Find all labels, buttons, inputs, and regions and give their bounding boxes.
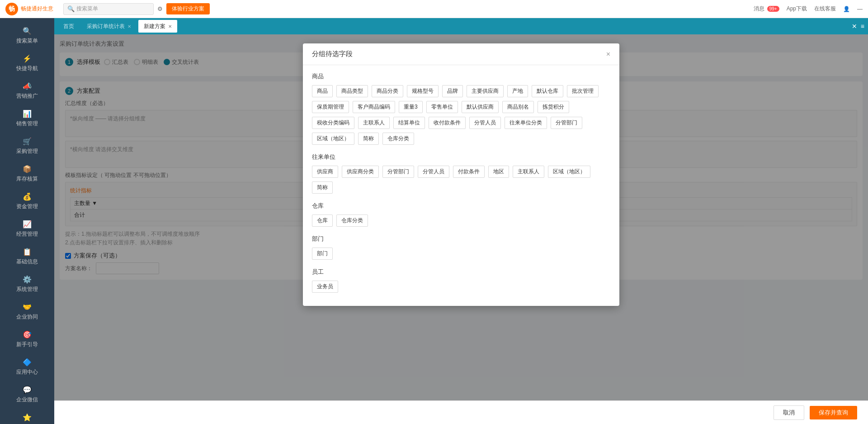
field-tag-2-1[interactable]: 仓库分类 [336,214,368,227]
field-tags-0: 商品商品类型商品分类规格型号品牌主要供应商产地默认仓库批次管理保质期管理客户商品… [312,85,610,145]
search-icon: 🔍 [67,5,75,12]
field-tag-0-22[interactable]: 分管部门 [551,117,582,129]
sidebar-item-11[interactable]: 🎯新手引导 [0,325,54,353]
field-tag-0-0[interactable]: 商品 [312,85,333,97]
sidebar-item-9[interactable]: ⚙️系统管理 [0,270,54,298]
field-tag-1-8[interactable]: 简称 [312,181,333,194]
tab-close-2[interactable]: ✕ [168,24,172,29]
section-2: 仓库仓库仓库分类 [312,202,610,227]
field-tag-0-2[interactable]: 商品分类 [372,85,403,97]
user-name: — [857,6,863,12]
search-box[interactable]: 🔍 搜索菜单 [63,3,154,15]
modal-close-button[interactable]: × [606,50,610,58]
top-bar-right: 消息 99+ App下载 在线客服 👤 — [754,5,863,13]
field-tag-0-7[interactable]: 默认仓库 [532,85,563,97]
tab-close-all[interactable]: ✕ [852,23,857,30]
sidebar-icon-12: 🔷 [23,357,32,367]
user-avatar[interactable]: 👤 [843,6,850,12]
field-tag-0-24[interactable]: 简称 [358,133,379,145]
sidebar-item-14[interactable]: ⭐畅会员 [0,408,54,424]
sidebar-item-1[interactable]: ⚡快捷导航 [0,49,54,77]
section-title-2: 仓库 [312,202,610,210]
field-tag-0-14[interactable]: 商品别名 [502,101,534,113]
field-tag-0-13[interactable]: 默认供应商 [462,101,499,113]
trial-btn[interactable]: 体验行业方案 [166,3,210,14]
sidebar-icon-5: 📦 [23,164,32,173]
sidebar-item-6[interactable]: 💰资金管理 [0,187,54,215]
section-title-1: 往来单位 [312,153,610,161]
section-title-4: 员工 [312,268,610,276]
field-tag-0-11[interactable]: 重量3 [399,101,423,113]
field-tag-0-9[interactable]: 保质期管理 [312,101,349,113]
sidebar-item-13[interactable]: 💬企业微信 [0,381,54,408]
sidebar-icon-3: 📊 [23,109,32,118]
field-tag-0-10[interactable]: 客户商品编码 [353,101,395,113]
field-tag-0-21[interactable]: 往来单位分类 [505,117,547,129]
sidebar-item-0[interactable]: 🔍搜索菜单 [0,22,54,49]
field-tag-0-16[interactable]: 税收分类编码 [312,117,354,129]
tab-item-2[interactable]: 新建方案✕ [138,20,177,33]
field-tag-1-2[interactable]: 分管部门 [382,166,414,178]
section-3: 部门部门 [312,235,610,260]
tab-item-0[interactable]: 首页 [58,20,80,33]
field-tag-0-3[interactable]: 规格型号 [407,85,439,97]
field-tag-0-5[interactable]: 主要供应商 [467,85,504,97]
sidebar-icon-10: 🤝 [23,302,32,311]
section-1: 往来单位供应商供应商分类分管部门分管人员付款条件地区主联系人区域（地区）简称 [312,153,610,194]
sidebar-item-12[interactable]: 🔷应用中心 [0,353,54,381]
field-tag-1-7[interactable]: 区域（地区） [548,166,590,178]
field-tag-0-17[interactable]: 主联系人 [358,117,390,129]
sidebar-item-7[interactable]: 📈经营管理 [0,215,54,243]
field-tag-1-3[interactable]: 分管人员 [418,166,449,178]
section-4: 员工业务员 [312,268,610,293]
field-tag-0-12[interactable]: 零售单位 [426,101,458,113]
modal-title: 分组待选字段 [312,50,353,58]
online-service[interactable]: 在线客服 [814,5,836,13]
page-footer: 取消 保存并查询 [54,400,868,424]
field-tag-3-0[interactable]: 部门 [312,248,333,260]
sidebar-icon-7: 📈 [23,219,32,229]
field-tag-0-1[interactable]: 商品类型 [336,85,368,97]
field-tag-0-8[interactable]: 批次管理 [567,85,599,97]
sidebar-icon-2: 📣 [23,81,32,91]
field-tags-2: 仓库仓库分类 [312,214,610,227]
field-tag-2-0[interactable]: 仓库 [312,214,333,227]
cancel-button[interactable]: 取消 [774,405,804,420]
sidebar-item-3[interactable]: 📊销售管理 [0,105,54,132]
field-tag-1-1[interactable]: 供应商分类 [342,166,379,178]
field-tag-1-6[interactable]: 主联系人 [513,166,544,178]
sidebar-icon-14: ⭐ [23,413,32,422]
tab-menu[interactable]: ≡ [861,23,864,30]
field-tag-0-23[interactable]: 区域（地区） [312,133,354,145]
field-tag-0-6[interactable]: 产地 [507,85,528,97]
field-tag-4-0[interactable]: 业务员 [312,281,338,293]
tab-bar: 首页采购订单统计表✕新建方案✕ ✕ ≡ [54,18,868,34]
field-tag-0-15[interactable]: 拣货积分 [538,101,569,113]
field-tag-0-25[interactable]: 仓库分类 [382,133,414,145]
section-0: 商品商品商品类型商品分类规格型号品牌主要供应商产地默认仓库批次管理保质期管理客户… [312,72,610,145]
top-bar: 畅 畅捷通好生意 🔍 搜索菜单 ⚙ 体验行业方案 消息 99+ App下载 在线… [0,0,868,18]
sidebar-item-2[interactable]: 📣营销推广 [0,77,54,105]
modal-body: 商品商品商品类型商品分类规格型号品牌主要供应商产地默认仓库批次管理保质期管理客户… [303,65,619,300]
save-button[interactable]: 保存并查询 [810,406,857,419]
field-tag-1-0[interactable]: 供应商 [312,166,338,178]
sidebar-icon-8: 📋 [23,247,32,256]
gear-icon[interactable]: ⚙ [157,5,163,12]
logo-text: 畅捷通好生意 [21,5,53,12]
field-tag-0-18[interactable]: 结算单位 [393,117,425,129]
field-tag-0-20[interactable]: 分管人员 [469,117,501,129]
field-tag-0-4[interactable]: 品牌 [442,85,463,97]
tab-close-1[interactable]: ✕ [127,24,131,29]
sidebar-item-8[interactable]: 📋基础信息 [0,243,54,270]
sidebar-icon-0: 🔍 [23,26,32,35]
app-download[interactable]: App下载 [787,5,807,13]
sidebar-item-4[interactable]: 🛒采购管理 [0,132,54,160]
field-tag-1-5[interactable]: 地区 [488,166,509,178]
tab-item-1[interactable]: 采购订单统计表✕ [81,20,137,33]
modal-header: 分组待选字段 × [303,43,619,65]
field-tag-1-4[interactable]: 付款条件 [453,166,485,178]
sidebar-item-10[interactable]: 🤝企业协同 [0,298,54,325]
field-tag-0-19[interactable]: 收付款条件 [429,117,466,129]
sidebar-item-5[interactable]: 📦库存核算 [0,160,54,187]
notifications[interactable]: 消息 99+ [754,5,779,13]
